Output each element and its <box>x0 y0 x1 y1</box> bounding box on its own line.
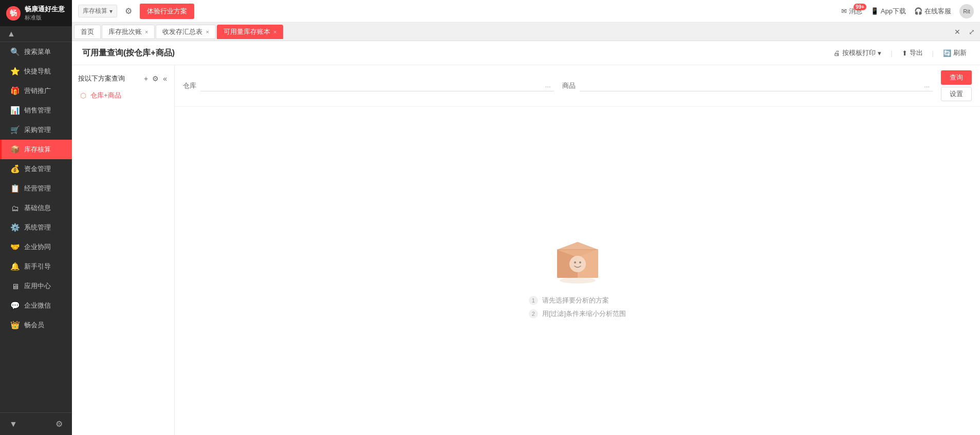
sidebar-item-inventory[interactable]: 📦 库存核算 <box>0 140 72 159</box>
phone-icon: 📱 <box>871 7 879 15</box>
sidebar-item-quicknav[interactable]: ⭐ 快捷导航 <box>0 62 72 81</box>
app-logo: 畅 <box>6 6 21 21</box>
app-edition: 标准版 <box>25 14 65 21</box>
filter-collapse-button[interactable]: « <box>162 73 168 84</box>
refresh-label: 刷新 <box>953 48 967 58</box>
tabs-end-buttons: ✕ ⤢ <box>951 26 978 38</box>
sidebar-item-label: 经营管理 <box>24 184 51 193</box>
sidebar-scroll-down[interactable]: ▼ <box>6 419 21 430</box>
app-download-label: App下载 <box>881 7 906 16</box>
refresh-icon: 🔄 <box>943 49 951 57</box>
sidebar-item-finance[interactable]: 💰 资金管理 <box>0 159 72 179</box>
filter-settings-button[interactable]: ⚙ <box>151 73 160 84</box>
filter-item-warehouse-product[interactable]: ⬡ 仓库+商品 <box>72 87 174 104</box>
main-area: 库存核算 ▾ ⚙ 体验行业方案 ✉ 消息 99+ 📱 App下载 🎧 在线客服 <box>72 0 980 435</box>
export-button[interactable]: ⬆ 导出 <box>899 46 926 60</box>
product-more-button[interactable]: ... <box>921 80 933 90</box>
sidebar-item-label: 快捷导航 <box>24 67 51 76</box>
gift-icon: 🎁 <box>10 86 20 96</box>
sidebar-item-label: 企业协同 <box>24 242 51 252</box>
sidebar-item-label: 应用中心 <box>24 281 51 291</box>
online-service-button[interactable]: 🎧 在线客服 <box>914 7 951 16</box>
message-button[interactable]: ✉ 消息 99+ <box>841 7 862 16</box>
sidebar-item-vip[interactable]: 👑 畅会员 <box>0 315 72 335</box>
print-icon: 🖨 <box>834 49 840 57</box>
app-download-button[interactable]: 📱 App下载 <box>871 7 906 16</box>
warehouse-label: 仓库 <box>183 81 196 90</box>
user-avatar-button[interactable]: Rit <box>959 4 974 18</box>
sidebar-scroll-up[interactable]: ▲ <box>4 28 19 40</box>
topbar-settings-button[interactable]: ⚙ <box>121 4 136 18</box>
sidebar-settings[interactable]: ⚙ <box>52 418 66 430</box>
sidebar-item-basic[interactable]: 🗂 基础信息 <box>0 198 72 218</box>
warehouse-more-button[interactable]: ... <box>542 80 554 90</box>
sidebar-header: 畅 畅康通好生意 标准版 <box>0 0 72 26</box>
sidebar-item-appcenter[interactable]: 🖥 应用中心 <box>0 276 72 296</box>
tip-num-1: 1 <box>529 296 538 305</box>
sidebar-item-operation[interactable]: 📋 经营管理 <box>0 179 72 198</box>
empty-box-svg <box>547 224 608 286</box>
tab-available[interactable]: 可用量库存账本 × <box>217 25 283 39</box>
trial-button[interactable]: 体验行业方案 <box>140 4 194 19</box>
tab-available-label: 可用量库存账本 <box>224 27 270 36</box>
sidebar-item-label: 资金管理 <box>24 164 51 174</box>
sidebar-item-label: 畅会员 <box>24 320 44 330</box>
export-label: 导出 <box>910 48 923 58</box>
tab-batch-label: 库存批次账 <box>108 27 142 36</box>
tab-batch-close[interactable]: × <box>145 29 148 35</box>
filter-add-button[interactable]: + <box>143 73 149 84</box>
sidebar-item-newguide[interactable]: 🔔 新手引导 <box>0 257 72 276</box>
print-button[interactable]: 🖨 按模板打印 ▾ <box>830 46 884 60</box>
refresh-button[interactable]: 🔄 刷新 <box>940 46 970 60</box>
tip-num-2: 2 <box>529 309 538 318</box>
sidebar-nav: 🔍 搜索菜单 ⭐ 快捷导航 🎁 营销推广 📊 销售管理 🛒 采购管理 📦 库存核… <box>0 42 72 412</box>
sidebar-item-wechat[interactable]: 💬 企业微信 <box>0 296 72 315</box>
tab-batch[interactable]: 库存批次账 × <box>102 25 155 39</box>
tab-expand-button[interactable]: ⤢ <box>966 26 978 38</box>
export-icon: ⬆ <box>902 49 908 57</box>
tab-close-button[interactable]: ✕ <box>951 26 964 38</box>
chat-icon: 💬 <box>10 301 20 310</box>
folder-icon: 🗂 <box>10 204 20 213</box>
sidebar-item-sales[interactable]: 📊 销售管理 <box>0 101 72 120</box>
handshake-icon: 🤝 <box>10 242 20 252</box>
tab-summary-close[interactable]: × <box>206 29 209 35</box>
content-area: 按以下方案查询 + ⚙ « ⬡ 仓库+商品 仓库 ... <box>72 65 980 435</box>
product-field: 商品 ... <box>562 80 933 91</box>
cube-icon: ⬡ <box>80 91 86 100</box>
cart-icon: 🛒 <box>10 125 20 135</box>
tab-home-label: 首页 <box>81 27 94 36</box>
tabs-bar: 首页 库存批次账 × 收发存汇总表 × 可用量库存账本 × ✕ ⤢ <box>72 23 980 41</box>
tab-summary[interactable]: 收发存汇总表 × <box>156 25 215 39</box>
monitor-icon: 🖥 <box>10 282 20 291</box>
sidebar-item-marketing[interactable]: 🎁 营销推广 <box>0 81 72 101</box>
sidebar-item-label: 新手引导 <box>24 262 51 271</box>
svg-point-5 <box>574 261 576 263</box>
gear-icon: ⚙️ <box>10 223 20 232</box>
headset-icon: 🎧 <box>914 7 922 15</box>
empty-tips: 1 请先选择要分析的方案 2 用[过滤]条件来缩小分析范围 <box>529 296 626 318</box>
query-button[interactable]: 查询 <box>941 70 972 85</box>
divider-2: | <box>932 49 934 57</box>
breadcrumb-text: 库存核算 <box>83 7 107 15</box>
empty-state: 1 请先选择要分析的方案 2 用[过滤]条件来缩小分析范围 <box>175 107 980 435</box>
sidebar-item-system[interactable]: ⚙️ 系统管理 <box>0 218 72 237</box>
filter-section-title: 按以下方案查询 <box>78 74 125 83</box>
tab-home[interactable]: 首页 <box>74 25 101 39</box>
product-input[interactable] <box>580 81 921 89</box>
sidebar-item-label: 基础信息 <box>24 203 51 213</box>
crown-icon: 👑 <box>10 320 20 330</box>
settings-button-small[interactable]: 设置 <box>941 87 972 101</box>
tab-available-close[interactable]: × <box>273 29 276 35</box>
sidebar-item-label: 营销推广 <box>24 86 51 96</box>
sidebar-item-purchase[interactable]: 🛒 采购管理 <box>0 120 72 140</box>
tip-text-2: 用[过滤]条件来缩小分析范围 <box>542 309 626 318</box>
tab-summary-label: 收发存汇总表 <box>162 27 202 36</box>
message-badge: 99+ <box>854 4 866 10</box>
print-label: 按模板打印 <box>842 48 876 58</box>
page-actions: 🖨 按模板打印 ▾ | ⬆ 导出 | 🔄 刷新 <box>830 46 970 60</box>
sidebar-item-enterprise[interactable]: 🤝 企业协同 <box>0 237 72 257</box>
sidebar-item-search[interactable]: 🔍 搜索菜单 <box>0 42 72 62</box>
empty-illustration <box>547 224 608 286</box>
warehouse-input[interactable] <box>200 81 542 89</box>
